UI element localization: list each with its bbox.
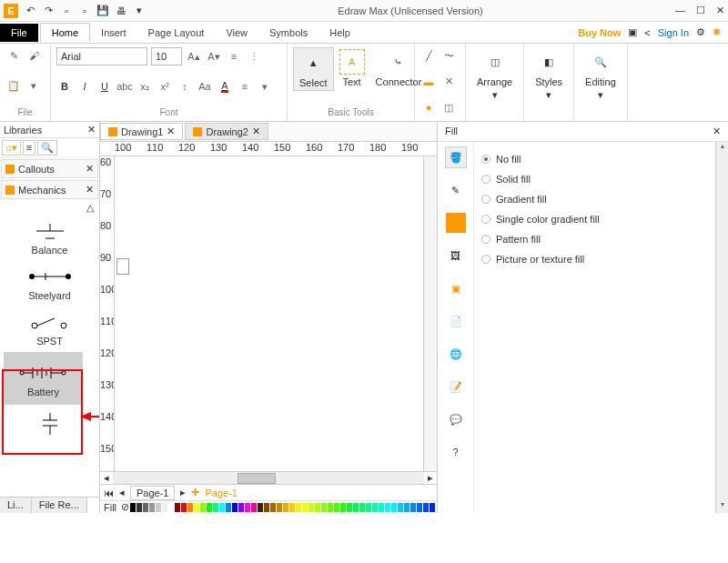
opt-gradient-fill[interactable]: Gradient fill: [478, 189, 712, 209]
italic-icon[interactable]: I: [76, 78, 93, 95]
color-swatch[interactable]: [321, 503, 327, 512]
color-swatch[interactable]: [162, 503, 167, 512]
curve-icon[interactable]: 〜: [440, 47, 457, 64]
opt-texture-fill[interactable]: Picture or texture fill: [478, 249, 712, 269]
subscript-icon[interactable]: x₂: [136, 78, 153, 95]
lib-list-icon[interactable]: ≡: [23, 140, 35, 156]
color-swatch[interactable]: [296, 503, 301, 512]
color-swatch[interactable]: [334, 503, 339, 512]
close-icon[interactable]: ✕: [716, 5, 724, 16]
highlight-icon[interactable]: Aa: [197, 78, 213, 95]
color-none-icon[interactable]: ⊘: [121, 501, 129, 513]
editing-button[interactable]: 🔍Editing▾: [580, 47, 622, 103]
lib-section-callouts[interactable]: Callouts✕: [1, 159, 98, 178]
shape-balance[interactable]: Balance: [2, 214, 97, 259]
color-swatch[interactable]: [289, 503, 295, 512]
color-swatch[interactable]: [194, 503, 199, 512]
color-swatch[interactable]: [264, 503, 269, 512]
color-swatch[interactable]: [423, 503, 429, 512]
fill-panel-close-icon[interactable]: ✕: [713, 126, 721, 137]
shape-spst[interactable]: SPST: [2, 305, 97, 350]
superscript-icon[interactable]: x²: [157, 78, 173, 95]
h-scrollbar[interactable]: ◂▸: [100, 471, 437, 484]
text-tool[interactable]: AText: [334, 47, 370, 91]
color-swatch[interactable]: [277, 503, 282, 512]
font-size-select[interactable]: [151, 47, 182, 65]
bullets-icon[interactable]: ⋮: [246, 48, 262, 65]
opt-no-fill[interactable]: No fill: [478, 149, 712, 169]
opt-solid-fill[interactable]: Solid fill: [478, 169, 712, 189]
color-swatch[interactable]: [359, 503, 365, 512]
tab-page-layout[interactable]: Page Layout: [137, 24, 216, 42]
shape-fill-icon[interactable]: [446, 213, 466, 233]
color-swatch[interactable]: [251, 503, 257, 512]
color-swatch[interactable]: [315, 503, 320, 512]
lib-section-mechanics[interactable]: Mechanics✕: [1, 180, 98, 199]
color-swatch[interactable]: [302, 503, 308, 512]
tab-view[interactable]: View: [215, 24, 258, 42]
grow-font-icon[interactable]: A▴: [186, 48, 202, 65]
tab-help[interactable]: Help: [318, 24, 361, 42]
save-icon[interactable]: 💾: [96, 5, 109, 17]
bottab-li[interactable]: Li...: [0, 498, 32, 513]
color-swatch[interactable]: [410, 503, 416, 512]
help-icon[interactable]: ?: [446, 442, 466, 462]
shape-steelyard[interactable]: Steelyard: [2, 259, 97, 305]
page-add-icon[interactable]: ✚: [191, 487, 199, 498]
page-nav-first-icon[interactable]: ⏮: [104, 488, 114, 498]
color-swatch[interactable]: [398, 503, 403, 512]
v-scrollbar[interactable]: ▴▾: [715, 142, 728, 513]
collapse-icon[interactable]: △: [2, 202, 97, 214]
line-style-icon[interactable]: ✎: [446, 180, 466, 200]
sign-in-link[interactable]: Sign In: [658, 27, 689, 38]
color-swatch[interactable]: [245, 503, 250, 512]
bold-icon[interactable]: B: [56, 78, 73, 95]
color-swatch[interactable]: [385, 503, 390, 512]
underline-icon[interactable]: U: [96, 78, 113, 95]
share-icon[interactable]: <: [644, 27, 650, 38]
open-icon[interactable]: ▫: [78, 5, 91, 17]
color-swatch[interactable]: [270, 503, 276, 512]
color-swatch[interactable]: [232, 503, 238, 512]
color-swatch[interactable]: [328, 503, 333, 512]
layers-icon[interactable]: ▣: [446, 278, 466, 298]
canvas[interactable]: [115, 156, 437, 471]
picture-icon[interactable]: 🖼: [446, 246, 466, 266]
color-swatch[interactable]: [340, 503, 346, 512]
tab-home[interactable]: Home: [40, 23, 90, 43]
crop-icon[interactable]: ◫: [440, 99, 457, 116]
lib-home-icon[interactable]: ⌂▾: [2, 140, 21, 156]
color-swatch[interactable]: [347, 503, 352, 512]
undo-icon[interactable]: ↶: [24, 5, 36, 17]
color-swatch[interactable]: [417, 503, 422, 512]
page-nav-prev-icon[interactable]: ◂: [119, 487, 125, 498]
color-swatch[interactable]: [379, 503, 384, 512]
bottab-filere[interactable]: File Re...: [32, 498, 87, 513]
color-swatch[interactable]: [207, 503, 212, 512]
qat-more-icon[interactable]: ▾: [133, 5, 146, 17]
libraries-close-icon[interactable]: ✕: [87, 124, 96, 136]
color-swatch[interactable]: [168, 503, 174, 512]
font-name-select[interactable]: [56, 47, 147, 65]
color-swatch[interactable]: [181, 503, 187, 512]
color-swatch[interactable]: [258, 503, 263, 512]
buy-now-link[interactable]: Buy Now: [578, 27, 621, 38]
color-swatch[interactable]: [143, 503, 148, 512]
color-swatch[interactable]: [353, 503, 359, 512]
color-swatch[interactable]: [238, 503, 244, 512]
fill-bucket-icon[interactable]: 🪣: [446, 147, 466, 167]
color-swatch[interactable]: [372, 503, 378, 512]
gear-icon[interactable]: ⚙: [696, 26, 705, 38]
color-swatch[interactable]: [404, 503, 410, 512]
color-swatch[interactable]: [430, 503, 435, 512]
comment-icon[interactable]: 💬: [446, 409, 466, 429]
minimize-icon[interactable]: —: [675, 5, 685, 16]
select-tool[interactable]: ▲Select: [293, 47, 334, 91]
color-swatch[interactable]: [283, 503, 288, 512]
globe-icon[interactable]: 🌐: [446, 344, 466, 364]
canvas-handle[interactable]: [116, 258, 129, 275]
color-swatch[interactable]: [156, 503, 161, 512]
align2-icon[interactable]: ≡: [237, 78, 253, 95]
arrange-button[interactable]: ◫Arrange▾: [471, 47, 518, 103]
spacing-icon[interactable]: ↕: [177, 78, 193, 95]
